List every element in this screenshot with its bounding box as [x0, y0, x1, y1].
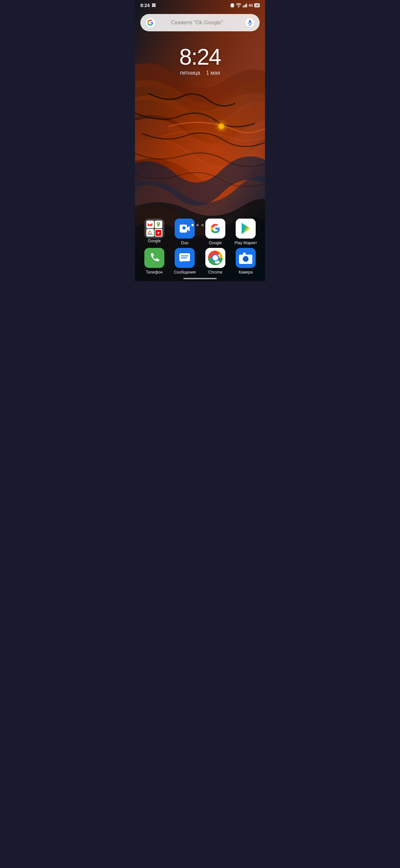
dock-item-chrome[interactable]: Chrome — [202, 248, 228, 275]
svg-rect-6 — [244, 5, 245, 8]
status-time-group: 8:24 🖼 — [140, 3, 156, 8]
signal-icon — [243, 3, 247, 7]
clock-container: 8:24 пятница 1 мая — [135, 45, 265, 76]
dock-item-messages[interactable]: Сообщения — [172, 248, 198, 275]
youtube-mini-icon — [155, 229, 162, 237]
page-dot-1 — [191, 224, 194, 226]
clock-day-name: пятница — [180, 70, 200, 75]
duo-icon — [175, 219, 195, 239]
status-icons-group: 4G 16 — [230, 3, 260, 8]
clock-date: пятница 1 мая — [135, 70, 265, 76]
svg-point-45 — [244, 257, 245, 258]
page-dot-4 — [206, 224, 209, 226]
play-market-icon — [236, 219, 256, 239]
app-item-play-market[interactable]: Play Маркет — [233, 219, 259, 245]
chrome-app-icon — [205, 248, 225, 268]
home-indicator[interactable] — [183, 278, 217, 279]
app-grid: Google Duo — [135, 219, 265, 248]
app-label-messages: Сообщения — [174, 270, 196, 275]
dock-item-phone[interactable]: Телефон — [141, 248, 167, 275]
svg-rect-32 — [179, 253, 190, 261]
svg-rect-3 — [234, 4, 234, 7]
app-label-play-market: Play Маркет — [235, 241, 257, 245]
app-label-phone: Телефон — [146, 270, 163, 275]
glowing-orb — [218, 123, 224, 129]
svg-rect-5 — [243, 6, 244, 7]
status-bar: 8:24 🖼 4G 16 — [135, 0, 265, 9]
page-dot-2 — [196, 224, 199, 226]
svg-rect-8 — [246, 4, 247, 8]
page-dot-3 — [201, 224, 204, 226]
clock-month-name: мая — [211, 70, 220, 75]
app-label-google: Google — [209, 241, 222, 245]
clock-time: 8:24 — [135, 45, 265, 68]
app-row-1: Google Duo — [135, 219, 265, 245]
dock-row: Телефон Сообщения — [135, 248, 265, 275]
folder-icon-google — [144, 219, 164, 239]
drive-mini-icon — [146, 229, 154, 237]
google-icon — [205, 219, 225, 239]
messages-app-icon — [175, 248, 195, 268]
search-bar-container[interactable]: Скажите "Ok Google" — [135, 11, 265, 35]
app-item-google[interactable]: Google — [202, 219, 228, 245]
dock-item-camera[interactable]: Камера — [233, 248, 259, 275]
app-label-duo: Duo — [181, 241, 188, 245]
app-item-duo[interactable]: Duo — [172, 219, 198, 245]
photo-indicator-icon: 🖼 — [152, 3, 156, 8]
app-item-google-folder[interactable]: Google — [141, 219, 167, 245]
time-display: 8:24 — [140, 3, 150, 8]
phone-app-icon — [144, 248, 164, 268]
dock: Телефон Сообщения — [135, 248, 265, 275]
svg-rect-30 — [144, 248, 164, 268]
svg-point-46 — [249, 255, 251, 257]
network-type-badge: 4G — [249, 4, 253, 7]
page-dots — [135, 224, 265, 226]
battery-icon: 16 — [254, 3, 260, 7]
svg-rect-1 — [230, 4, 231, 7]
svg-rect-7 — [245, 4, 246, 7]
svg-point-25 — [182, 226, 186, 229]
app-label-camera: Камера — [239, 270, 253, 275]
app-label-google-folder: Google — [148, 239, 161, 243]
wifi-icon — [236, 3, 241, 8]
search-bar[interactable]: Скажите "Ok Google" — [140, 14, 260, 31]
vibration-icon — [230, 3, 235, 8]
camera-app-icon — [236, 248, 256, 268]
microphone-icon[interactable] — [246, 18, 254, 27]
svg-point-4 — [238, 7, 239, 8]
google-logo-icon — [146, 18, 155, 27]
svg-rect-2 — [231, 3, 234, 7]
app-label-chrome: Chrome — [208, 270, 222, 275]
clock-day-number: 1 — [206, 70, 209, 75]
search-placeholder: Скажите "Ok Google" — [159, 20, 235, 26]
svg-point-39 — [213, 255, 218, 260]
svg-rect-11 — [249, 20, 251, 23]
